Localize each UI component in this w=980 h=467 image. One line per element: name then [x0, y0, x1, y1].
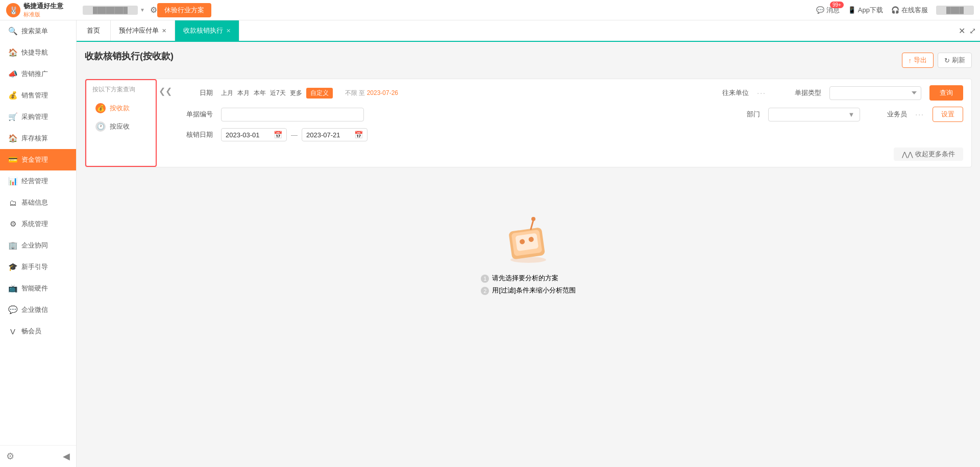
doc-no-label: 单据编号 [182, 110, 213, 119]
app-name: 畅捷通好生意 [23, 2, 63, 11]
left-collapse-icon[interactable]: ❮❮ [159, 86, 172, 96]
chevron-down-icon: ▼ [140, 7, 145, 13]
tab-prepay[interactable]: 预付冲应付单 ✕ [111, 20, 175, 41]
date-shortcuts: 上月 本月 本年 近7天 更多 自定义 [221, 88, 333, 99]
sidebar-item-hardware[interactable]: 📺 智能硬件 [0, 278, 76, 299]
sidebar-label-guide: 新手引导 [21, 262, 48, 272]
sidebar-item-corp[interactable]: 🏢 企业协同 [0, 235, 76, 256]
sidebar-item-wechat[interactable]: 💬 企业微信 [0, 299, 76, 321]
collapse-chevron-icon: ⋀⋀ [902, 151, 913, 158]
home-icon: 🏠 [8, 48, 17, 57]
page-header: 收款核销执行(按收款) ↑ 导出 ↻ 刷新 [85, 50, 972, 70]
sidebar-item-member[interactable]: V 畅会员 [0, 321, 76, 342]
tab-prepay-label: 预付冲应付单 [119, 26, 159, 35]
expand-icon[interactable]: ⤢ [969, 26, 976, 36]
empty-svg [500, 209, 556, 265]
sidebar-item-basic[interactable]: 🗂 基础信息 [0, 192, 76, 213]
doc-no-input[interactable] [221, 108, 364, 121]
sidebar-label-wechat: 企业微信 [21, 305, 48, 314]
collapse-more-label: 收起更多条件 [915, 150, 955, 159]
guide-icon: 🎓 [8, 262, 17, 272]
verify-start-input-group[interactable]: 📅 [221, 128, 287, 141]
setting-button[interactable]: 设置 [933, 107, 963, 122]
date-this-year[interactable]: 本年 [254, 89, 266, 97]
online-service-button[interactable]: 🎧 在线客服 [891, 6, 928, 15]
verify-start-input[interactable] [226, 131, 272, 139]
collapse-more-button[interactable]: ⋀⋀ 收起更多条件 [894, 148, 963, 161]
sidebar-item-marketing[interactable]: 📣 营销推广 [0, 63, 76, 85]
close-tab-icon[interactable]: ✕ [959, 26, 965, 36]
logo: 🐰 畅捷通好生意 标准版 [6, 2, 83, 18]
top-bar-right: 💬 消息 99+ 📱 App下载 🎧 在线客服 ████ [816, 6, 974, 15]
refresh-button[interactable]: ↻ 刷新 [938, 53, 972, 68]
counterpart-dots[interactable]: ··· [757, 89, 766, 97]
date-more[interactable]: 更多 [290, 89, 302, 97]
top-bar: 🐰 畅捷通好生意 标准版 ████████ ▼ ⚙ 休验行业方案 💬 消息 99… [0, 0, 980, 20]
tab-home-label: 首页 [87, 26, 100, 35]
calendar-end-icon[interactable]: 📅 [354, 131, 363, 139]
close-icon[interactable]: ✕ [162, 28, 166, 34]
query-button[interactable]: 查询 [929, 85, 963, 101]
sidebar-label-basic: 基础信息 [21, 198, 48, 207]
sidebar-item-quick-nav[interactable]: 🏠 快捷导航 [0, 42, 76, 63]
verify-end-input[interactable] [306, 131, 352, 139]
date-custom[interactable]: 自定义 [306, 88, 333, 99]
doc-type-label: 单据类型 [791, 88, 821, 97]
date-last-7days[interactable]: 近7天 [270, 89, 286, 97]
sidebar-item-inventory[interactable]: 🏠 库存核算 [0, 128, 76, 149]
tab-bar: 首页 预付冲应付单 ✕ 收款核销执行 ✕ ✕ ⤢ [77, 20, 980, 42]
query-by-receivable[interactable]: 🕐 按应收 [90, 117, 152, 136]
gear-icon[interactable]: ⚙ [150, 5, 157, 15]
sidebar-item-system[interactable]: ⚙ 系统管理 [0, 213, 76, 235]
headphone-icon: 🎧 [891, 6, 899, 14]
sidebar-item-finance[interactable]: 💳 资金管理 [0, 149, 76, 170]
dept-select[interactable]: ▼ [768, 108, 860, 121]
staff-dots[interactable]: ··· [915, 110, 924, 118]
date-this-month[interactable]: 本月 [237, 89, 250, 97]
sidebar-item-search-menu[interactable]: 🔍 搜索菜单 [0, 20, 76, 42]
verify-date-range: 📅 — 📅 [221, 128, 368, 141]
doc-type-select[interactable] [829, 86, 921, 100]
verify-end-input-group[interactable]: 📅 [302, 128, 368, 141]
calendar-start-icon[interactable]: 📅 [274, 131, 282, 139]
app-download-button[interactable]: 📱 App下载 [848, 6, 883, 15]
message-button[interactable]: 💬 消息 99+ [816, 6, 840, 15]
sidebar-item-guide[interactable]: 🎓 新手引导 [0, 256, 76, 278]
refresh-label: 刷新 [952, 56, 965, 65]
tab-home[interactable]: 首页 [77, 20, 111, 41]
export-button[interactable]: ↑ 导出 [902, 53, 934, 68]
empty-state: 1 请先选择要分析的方案 2 用[过滤]条件来缩小分析范围 [85, 176, 972, 326]
sidebar-label-marketing: 营销推广 [21, 69, 48, 79]
sidebar-label-hardware: 智能硬件 [21, 284, 48, 293]
industry-button[interactable]: 休验行业方案 [157, 3, 211, 17]
refresh-icon: ↻ [944, 57, 950, 64]
tip-num-2: 2 [481, 287, 489, 295]
company-selector[interactable]: ████████ ▼ [83, 6, 145, 15]
system-icon: ⚙ [8, 219, 17, 229]
app-label: App下载 [858, 6, 883, 15]
tip-text-1: 请先选择要分析的方案 [492, 274, 558, 283]
sidebar-label-finance: 资金管理 [21, 155, 48, 164]
export-label: 导出 [914, 56, 927, 65]
sidebar-item-sales[interactable]: 💰 销售管理 [0, 85, 76, 106]
settings-icon[interactable]: ⚙ [6, 451, 14, 462]
empty-illustration [498, 206, 559, 267]
user-area[interactable]: ████ [936, 6, 974, 15]
date-last-month[interactable]: 上月 [221, 89, 233, 97]
sidebar-label-purchase: 采购管理 [21, 112, 48, 121]
collapse-sidebar-icon[interactable]: ◀ [63, 451, 70, 462]
counterpart-label: 往来单位 [718, 88, 749, 97]
date-no-limit: 不限 至 2023-07-26 [345, 89, 398, 97]
query-by-receipt[interactable]: 💰 按收款 [90, 99, 152, 117]
collapse-arrow[interactable]: ❮❮ [157, 79, 174, 167]
sidebar-label-search-menu: 搜索菜单 [21, 27, 48, 36]
tip-text-2: 用[过滤]条件来缩小分析范围 [492, 286, 575, 295]
sidebar-bottom: ⚙ ◀ [0, 445, 76, 467]
tab-receipt-verify[interactable]: 收款核销执行 ✕ [175, 20, 239, 41]
sidebar-item-operation[interactable]: 📊 经营管理 [0, 170, 76, 192]
main-layout: 🔍 搜索菜单 🏠 快捷导航 📣 营销推广 💰 销售管理 🛒 采购管理 🏠 库存核… [0, 20, 980, 467]
wechat-icon: 💬 [8, 305, 17, 314]
sidebar-item-purchase[interactable]: 🛒 采购管理 [0, 106, 76, 128]
close-icon[interactable]: ✕ [226, 28, 231, 34]
verify-date-label: 核销日期 [182, 130, 213, 139]
